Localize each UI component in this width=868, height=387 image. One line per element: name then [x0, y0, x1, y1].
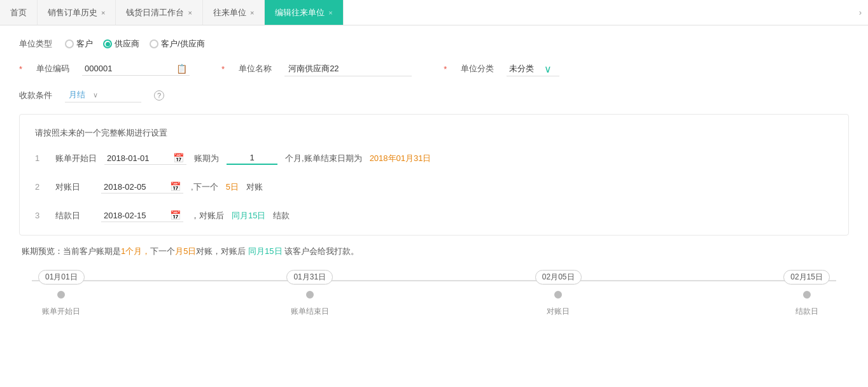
preview-mid1: 下一个: [150, 246, 175, 256]
tab-edit-trading-unit-label: 编辑往来单位: [275, 7, 325, 18]
period-row-1-num: 1: [35, 153, 48, 163]
payment-condition-select[interactable]: 月结 ∨: [65, 88, 141, 102]
tab-trading-unit[interactable]: 往来单位 ×: [203, 0, 265, 25]
tab-bar: 首页 销售订单历史 × 钱货日清工作台 × 往来单位 × 编辑往来单位 × ›: [0, 0, 868, 25]
period-start-calendar-icon[interactable]: 📅: [173, 153, 184, 163]
unit-category-required: *: [444, 64, 447, 74]
tab-sales-history-label: 销售订单历史: [48, 7, 97, 18]
tab-trading-unit-close[interactable]: ×: [250, 9, 254, 17]
tab-cashier-workbench-label: 钱货日清工作台: [126, 7, 184, 18]
payment-condition-row: 收款条件 月结 ∨ ?: [19, 88, 849, 102]
period-reconcile-calendar-icon[interactable]: 📅: [170, 181, 181, 192]
period-payment-date-field: 📅: [101, 209, 183, 222]
timeline-label-3: 结款日: [795, 306, 818, 317]
period-row-3-label: 结款日: [55, 210, 94, 222]
timeline-badge-wrapper-2: 02月05日: [535, 270, 582, 286]
unit-code-input[interactable]: [85, 64, 174, 73]
tab-sales-history[interactable]: 销售订单历史 ×: [38, 0, 116, 25]
payment-condition-chevron-icon: ∨: [93, 91, 98, 99]
period-months-input[interactable]: [227, 151, 277, 165]
timeline-circle-0: [57, 291, 65, 299]
period-payment-date-input[interactable]: [104, 211, 167, 220]
preview-mid2: 对账，对账后: [196, 246, 246, 256]
period-row-2-label: 对账日: [55, 181, 94, 193]
unit-type-label: 单位类型: [19, 38, 52, 50]
unit-type-radio-group: 客户 供应商 客户/供应商: [65, 38, 205, 50]
timeline-date-3: 02月15日: [783, 270, 830, 285]
period-start-date-input[interactable]: [107, 153, 171, 163]
period-row-1-mid: 账期为: [194, 153, 219, 164]
unit-name-required: *: [221, 64, 225, 74]
unit-code-icon[interactable]: 📋: [176, 64, 187, 74]
unit-code-required: *: [19, 64, 22, 74]
unit-category-select[interactable]: 未分类 ∨: [507, 62, 552, 76]
timeline-date-2: 02月05日: [535, 270, 582, 285]
tab-cashier-workbench-close[interactable]: ×: [188, 9, 192, 17]
timeline: 01月01日 账单开始日 01月31日 账单结束日 02月05日 对账日: [19, 270, 849, 317]
radio-customer-circle: [65, 39, 74, 48]
preview-prefix: 账期预览：当前客户账期是: [22, 246, 121, 256]
tab-sales-history-close[interactable]: ×: [101, 9, 105, 17]
timeline-date-0: 01月01日: [38, 270, 85, 285]
main-content: 单位类型 客户 供应商 客户/供应商 * 单位编码 📋 * 单位名称 *: [0, 25, 868, 387]
timeline-circle-1: [306, 291, 314, 299]
timeline-point-3: 02月15日 结款日: [783, 270, 830, 317]
help-icon[interactable]: ?: [154, 90, 164, 101]
unit-name-input[interactable]: [284, 61, 412, 76]
period-row-1-suffix: 个月,账单结束日期为: [285, 153, 362, 164]
period-row-2-prefix: ,下一个: [191, 181, 218, 193]
period-row-1-label: 账单开始日: [55, 153, 97, 164]
unit-info-row: * 单位编码 📋 * 单位名称 * 单位分类 未分类 ∨: [19, 61, 849, 76]
tab-home[interactable]: 首页: [0, 0, 38, 25]
period-reconcile-date-field: 📅: [101, 180, 183, 194]
tab-cashier-workbench[interactable]: 钱货日清工作台 ×: [116, 0, 202, 25]
tab-more-button[interactable]: ›: [853, 0, 868, 25]
period-row-3: 3 结款日 📅 ，对账后 同月15日 结款: [35, 209, 833, 222]
timeline-badge-wrapper-3: 02月15日: [783, 270, 830, 286]
timeline-circle-2: [554, 291, 562, 299]
period-row-1-highlight: 2018年01月31日: [370, 153, 431, 164]
payment-condition-label: 收款条件: [19, 90, 52, 101]
period-start-date-field: 📅: [104, 151, 186, 165]
period-row-3-highlight: 同月15日: [232, 210, 265, 222]
period-row-3-prefix: ，对账后: [191, 210, 224, 222]
period-payment-calendar-icon[interactable]: 📅: [170, 210, 181, 220]
period-card: 请按照未来的一个完整帐期进行设置 1 账单开始日 📅 账期为 个月,账单结束日期…: [19, 114, 849, 236]
radio-supplier-circle: [103, 39, 112, 48]
timeline-badge-wrapper-1: 01月31日: [286, 270, 333, 286]
unit-code-label: 单位编码: [36, 63, 69, 74]
period-row-2-suffix: 对账: [246, 181, 263, 193]
radio-customer-label: 客户: [76, 38, 93, 50]
tab-home-label: 首页: [10, 7, 27, 18]
preview-highlight1: 1个月，: [121, 246, 150, 256]
preview-text: 账期预览：当前客户账期是1个月，下一个月5日对账，对账后 同月15日 该客户会给…: [19, 246, 849, 257]
period-row-3-num: 3: [35, 211, 48, 220]
timeline-points: 01月01日 账单开始日 01月31日 账单结束日 02月05日 对账日: [38, 270, 830, 317]
timeline-date-1: 01月31日: [286, 270, 333, 285]
timeline-label-2: 对账日: [547, 306, 570, 317]
unit-type-row: 单位类型 客户 供应商 客户/供应商: [19, 38, 849, 50]
period-row-1: 1 账单开始日 📅 账期为 个月,账单结束日期为 2018年01月31日: [35, 151, 833, 165]
tab-edit-trading-unit-close[interactable]: ×: [328, 9, 332, 17]
preview-suffix: 该客户会给我打款。: [284, 246, 359, 256]
radio-both[interactable]: 客户/供应商: [150, 38, 205, 50]
radio-supplier-label: 供应商: [115, 38, 139, 50]
timeline-label-1: 账单结束日: [291, 306, 329, 317]
timeline-point-2: 02月05日 对账日: [535, 270, 582, 317]
timeline-circle-3: [803, 291, 811, 299]
unit-category-chevron-icon: ∨: [544, 63, 552, 75]
unit-category-label: 单位分类: [461, 63, 494, 74]
timeline-badge-wrapper-0: 01月01日: [38, 270, 85, 286]
unit-name-label: 单位名称: [239, 63, 272, 74]
timeline-point-1: 01月31日 账单结束日: [286, 270, 333, 317]
tab-edit-trading-unit[interactable]: 编辑往来单位 ×: [265, 0, 343, 25]
period-row-2-num: 2: [35, 182, 48, 192]
radio-customer[interactable]: 客户: [65, 38, 93, 50]
radio-both-label: 客户/供应商: [161, 38, 205, 50]
radio-supplier[interactable]: 供应商: [103, 38, 139, 50]
radio-both-circle: [150, 39, 158, 48]
timeline-label-0: 账单开始日: [42, 306, 80, 317]
period-reconcile-date-input[interactable]: [104, 182, 167, 192]
period-row-3-suffix: 结款: [273, 210, 290, 222]
period-row-2-highlight: 5日: [226, 181, 239, 193]
